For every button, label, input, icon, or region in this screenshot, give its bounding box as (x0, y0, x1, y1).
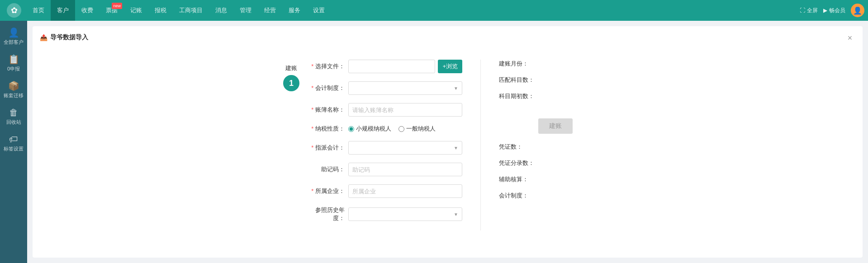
accountant-select[interactable]: ▼ (348, 141, 462, 155)
reference-year-row: 参照历史年度： ▼ (308, 206, 462, 222)
nav-item-services[interactable]: 服务 (282, 0, 307, 21)
file-text-input[interactable] (348, 60, 435, 73)
build-account-button[interactable]: 建账 (538, 118, 573, 134)
nav-item-invoice[interactable]: 票据 new (100, 0, 124, 21)
reference-year-arrow-icon: ▼ (454, 212, 458, 217)
match-subjects-label: 匹配科目数： (499, 76, 540, 84)
new-badge: new (112, 3, 122, 9)
sidebar-item-all-clients[interactable]: 👤 全部客户 (1, 24, 26, 49)
form-left: * 选择文件： +浏览 * 会计制度： (308, 60, 462, 230)
affiliated-company-label: * 所属企业： (308, 187, 345, 195)
recycle-bin-icon: 🗑 (9, 108, 18, 117)
nav-item-tax[interactable]: 报税 (148, 0, 173, 21)
all-clients-icon: 👤 (8, 28, 19, 37)
main-card: 📤 导爷数据导入 × 建账 1 * 选择文件： (33, 26, 863, 258)
match-subjects-row: 匹配科目数： (499, 76, 612, 84)
accounting-system-label: * 会计制度： (308, 84, 345, 92)
nav-items: 首页 客户 收费 票据 new 记账 报税 工商项目 消息 管理 经营 服务 设… (26, 0, 800, 21)
mnemonic-label: 助记码： (308, 165, 345, 174)
required-mark-4: * (311, 125, 313, 132)
radio-general-taxpayer[interactable]: 一般纳税人 (398, 125, 436, 133)
nav-item-settings[interactable]: 设置 (307, 0, 331, 21)
nav-item-bookkeeping[interactable]: 记账 (124, 0, 148, 21)
ledger-name-input[interactable] (348, 103, 462, 117)
tax-type-radio-group: 小规模纳税人 一般纳税人 (348, 125, 462, 133)
nav-item-clients[interactable]: 客户 (51, 0, 75, 21)
browse-button[interactable]: +浏览 (438, 60, 462, 73)
content-area: 📤 导爷数据导入 × 建账 1 * 选择文件： (27, 21, 868, 263)
tag-settings-icon: 🏷 (9, 135, 18, 144)
radio-small-taxpayer[interactable]: 小规模纳税人 (348, 125, 391, 133)
account-migration-icon: 📦 (8, 81, 19, 90)
accounting-system-select-wrapper: ▼ (348, 81, 462, 95)
sidebar: 👤 全部客户 📋 0申报 📦 账套迁移 🗑 回收站 🏷 标签设置 (0, 21, 27, 263)
close-button[interactable]: × (844, 33, 855, 43)
nav-item-home[interactable]: 首页 (26, 0, 51, 21)
form-right: 建账月份： 匹配科目数： 科目期初数： 建账 (499, 60, 612, 230)
avatar-icon: 👤 (853, 6, 862, 15)
required-mark: * (311, 63, 313, 70)
nav-item-billing[interactable]: 收费 (75, 0, 100, 21)
sidebar-item-account-migration[interactable]: 📦 账套迁移 (1, 78, 26, 103)
auxiliary-accounting-label: 辅助核算： (499, 175, 540, 183)
accounting-system-select[interactable]: ▼ (348, 81, 462, 95)
logo[interactable]: ✿ (4, 0, 24, 21)
fullscreen-icon: ⛶ (800, 7, 805, 14)
mnemonic-row: 助记码： (308, 163, 462, 176)
required-mark-3: * (311, 106, 313, 113)
nav-right: ⛶ 全屏 ▶ 畅会员 👤 (800, 4, 864, 17)
mnemonic-input[interactable] (348, 163, 462, 176)
member-icon: ▶ (823, 7, 827, 14)
select-arrow-icon: ▼ (454, 86, 458, 91)
zero-declaration-icon: 📋 (8, 55, 19, 64)
radio-small-input[interactable] (348, 126, 354, 132)
auxiliary-accounting-row: 辅助核算： (499, 175, 612, 183)
form-wrapper: 建账 1 * 选择文件： +浏览 (40, 51, 855, 240)
step-indicator: 建账 1 (283, 60, 299, 230)
tax-type-row: * 纳税性质： 小规模纳税人 一般纳税人 (308, 125, 462, 133)
sidebar-item-tag-settings[interactable]: 🏷 标签设置 (1, 131, 26, 156)
card-title: 📤 导爷数据导入 (40, 33, 855, 42)
fullscreen-button[interactable]: ⛶ 全屏 (800, 7, 818, 14)
nav-item-operations[interactable]: 经营 (258, 0, 282, 21)
member-button[interactable]: ▶ 畅会员 (823, 7, 845, 14)
ledger-name-row: * 账簿名称： (308, 103, 462, 117)
nav-item-management[interactable]: 管理 (233, 0, 258, 21)
right-accounting-system-row: 会计制度： (499, 192, 612, 200)
sidebar-item-recycle-bin[interactable]: 🗑 回收站 (1, 104, 26, 129)
initial-balance-row: 科目期初数： (499, 92, 612, 100)
required-mark-2: * (311, 85, 313, 91)
upload-icon: 📤 (40, 34, 47, 41)
reference-year-select[interactable]: ▼ (348, 207, 462, 221)
voucher-entries-label: 凭证分录数： (499, 159, 540, 167)
nav-item-commerce[interactable]: 工商项目 (173, 0, 209, 21)
voucher-entries-row: 凭证分录数： (499, 159, 612, 167)
step-label: 建账 (285, 64, 297, 72)
build-month-row: 建账月份： (499, 60, 612, 68)
affiliated-company-input[interactable] (348, 184, 462, 198)
file-input-wrapper: +浏览 (348, 60, 462, 73)
initial-balance-label: 科目期初数： (499, 92, 540, 100)
ledger-name-label: * 账簿名称： (308, 106, 345, 114)
radio-general-input[interactable] (398, 126, 404, 132)
tax-type-label: * 纳税性质： (308, 125, 345, 133)
affiliated-company-row: * 所属企业： (308, 184, 462, 198)
voucher-count-row: 凭证数： (499, 143, 612, 151)
reference-year-label: 参照历史年度： (308, 206, 345, 222)
step-circle: 1 (283, 75, 299, 91)
build-month-label: 建账月份： (499, 60, 540, 68)
voucher-count-label: 凭证数： (499, 143, 540, 151)
accountant-select-arrow-icon: ▼ (454, 146, 458, 150)
user-avatar[interactable]: 👤 (851, 4, 864, 17)
form-divider (480, 60, 481, 230)
accountant-select-wrapper: ▼ (348, 141, 462, 155)
accounting-system-row: * 会计制度： ▼ (308, 81, 462, 95)
assigned-accountant-row: * 指派会计： ▼ (308, 141, 462, 155)
logo-icon: ✿ (7, 3, 21, 18)
sidebar-item-zero-declaration[interactable]: 📋 0申报 (1, 51, 26, 76)
main-layout: 👤 全部客户 📋 0申报 📦 账套迁移 🗑 回收站 🏷 标签设置 📤 导爷数据导… (0, 21, 868, 263)
nav-item-messages[interactable]: 消息 (209, 0, 233, 21)
right-accounting-system-label: 会计制度： (499, 192, 540, 200)
top-navigation: ✿ 首页 客户 收费 票据 new 记账 报税 工商项目 消息 管理 经营 服务… (0, 0, 868, 21)
required-mark-5: * (311, 144, 313, 151)
